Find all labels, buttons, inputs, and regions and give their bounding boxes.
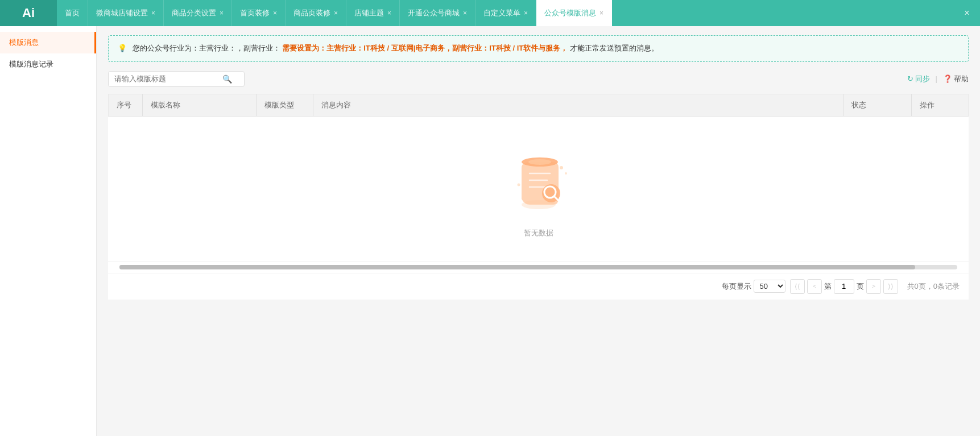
search-input[interactable] xyxy=(114,74,222,83)
nav-tab-label: 店铺主题 xyxy=(354,8,384,18)
nav-tab[interactable]: 公众号模版消息× xyxy=(536,0,612,26)
first-page-button[interactable]: ⟨⟨ xyxy=(790,279,805,294)
search-row: 🔍 ↻ 同步 | ❓ 帮助 xyxy=(108,71,969,87)
top-nav: Ai 首页微商城店铺设置×商品分类设置×首页装修×商品页装修×店铺主题×开通公众… xyxy=(0,0,980,26)
nav-tab-label: 商品页装修 xyxy=(293,8,330,18)
empty-text: 暂无数据 xyxy=(524,228,553,238)
nav-tab-label: 商品分类设置 xyxy=(172,8,216,18)
brand-logo: Ai xyxy=(0,0,57,26)
page-input-wrap xyxy=(834,279,854,294)
nav-tab[interactable]: 商品分类设置× xyxy=(164,0,232,26)
nav-tab-label: 首页装修 xyxy=(240,8,270,18)
content-area: 💡 您的公众号行业为：主营行业：，副营行业： 需要设置为：主营行业：IT科技 /… xyxy=(97,26,980,436)
sync-label: 同步 xyxy=(915,74,930,84)
svg-point-2 xyxy=(528,159,551,165)
nav-tab-close[interactable]: × xyxy=(220,9,224,17)
nav-tab-close[interactable]: × xyxy=(387,9,391,17)
notice-highlight: 需要设置为：主营行业：IT科技 / 互联网|电子商务，副营行业：IT科技 / I… xyxy=(282,44,568,52)
page-label: 第 xyxy=(824,281,832,292)
table-header-cell: 状态 xyxy=(843,94,912,116)
nav-tab[interactable]: 微商城店铺设置× xyxy=(88,0,164,26)
notice-box: 💡 您的公众号行业为：主营行业：，副营行业： 需要设置为：主营行业：IT科技 /… xyxy=(108,35,969,62)
nav-tab-label: 首页 xyxy=(65,8,80,18)
sync-button[interactable]: ↻ 同步 xyxy=(907,74,930,84)
page-unit: 页 xyxy=(857,281,864,292)
nav-tab[interactable]: 开通公众号商城× xyxy=(400,0,475,26)
search-icon[interactable]: 🔍 xyxy=(222,74,232,84)
sync-icon: ↻ xyxy=(907,74,913,83)
page-nav: ⟨⟨ ＜ 第 页 ＞ ⟩⟩ xyxy=(790,279,898,294)
empty-icon xyxy=(505,151,573,219)
scrollbar-row xyxy=(108,261,969,273)
help-button[interactable]: ❓ 帮助 xyxy=(943,74,969,84)
per-page-dropdown[interactable]: 102050100 xyxy=(754,280,785,293)
pagination-row: 每页显示 102050100 ⟨⟨ ＜ 第 页 ＞ ⟩⟩ 共0页，0条记录 xyxy=(108,273,969,300)
search-input-wrap: 🔍 xyxy=(108,71,245,87)
nav-tab-label: 微商城店铺设置 xyxy=(96,8,148,18)
sidebar-item[interactable]: 模版消息 xyxy=(0,32,96,53)
nav-tab-close[interactable]: × xyxy=(599,9,603,17)
nav-tab[interactable]: 首页装修× xyxy=(232,0,286,26)
help-label: 帮助 xyxy=(954,74,969,84)
notice-prefix: 您的公众号行业为：主营行业：，副营行业： xyxy=(133,44,280,52)
svg-point-9 xyxy=(560,166,563,169)
total-info: 共0页，0条记录 xyxy=(907,281,960,292)
nav-tab-close[interactable]: × xyxy=(463,9,467,17)
per-page-select: 每页显示 102050100 xyxy=(722,280,785,293)
nav-tab[interactable]: 首页 xyxy=(57,0,88,26)
svg-point-10 xyxy=(565,172,567,175)
sidebar-item[interactable]: 模版消息记录 xyxy=(0,53,96,75)
table-header-cell: 消息内容 xyxy=(313,94,843,116)
scrollbar-thumb[interactable] xyxy=(119,265,915,269)
table-header-row: 序号模版名称模版类型消息内容状态操作 xyxy=(109,94,969,116)
per-page-label: 每页显示 xyxy=(722,281,751,292)
table-header-cell: 序号 xyxy=(109,94,143,116)
nav-tab[interactable]: 店铺主题× xyxy=(346,0,400,26)
nav-tab[interactable]: 商品页装修× xyxy=(286,0,346,26)
notice-icon: 💡 xyxy=(118,44,127,52)
page-input[interactable] xyxy=(834,279,854,294)
empty-state: 暂无数据 xyxy=(108,117,969,261)
prev-page-button[interactable]: ＜ xyxy=(807,279,822,294)
toolbar-right: ↻ 同步 | ❓ 帮助 xyxy=(907,74,969,84)
help-icon: ❓ xyxy=(943,74,952,83)
horizontal-scrollbar[interactable] xyxy=(119,265,957,269)
nav-tab-label: 开通公众号商城 xyxy=(408,8,460,18)
last-page-button[interactable]: ⟩⟩ xyxy=(883,279,898,294)
nav-tabs: 首页微商城店铺设置×商品分类设置×首页装修×商品页装修×店铺主题×开通公众号商城… xyxy=(57,0,954,26)
main-container: 模版消息模版消息记录 💡 您的公众号行业为：主营行业：，副营行业： 需要设置为：… xyxy=(0,26,980,436)
nav-tab-close[interactable]: × xyxy=(273,9,277,17)
table-header-cell: 操作 xyxy=(912,94,969,116)
next-page-button[interactable]: ＞ xyxy=(866,279,881,294)
nav-tab-close[interactable]: × xyxy=(524,9,528,17)
divider: | xyxy=(936,74,937,83)
nav-tab-close[interactable]: × xyxy=(334,9,338,17)
notice-suffix: 才能正常发送预置的消息。 xyxy=(570,44,659,52)
nav-tab[interactable]: 自定义菜单× xyxy=(475,0,536,26)
close-all-button[interactable]: × xyxy=(954,0,980,26)
table-header-cell: 模版类型 xyxy=(257,94,313,116)
svg-point-11 xyxy=(517,183,520,186)
nav-tab-label: 公众号模版消息 xyxy=(544,8,596,18)
sidebar: 模版消息模版消息记录 xyxy=(0,26,97,436)
table-header-cell: 模版名称 xyxy=(143,94,257,116)
data-table: 序号模版名称模版类型消息内容状态操作 xyxy=(108,94,969,117)
nav-tab-close[interactable]: × xyxy=(151,9,155,17)
nav-tab-label: 自定义菜单 xyxy=(483,8,520,18)
